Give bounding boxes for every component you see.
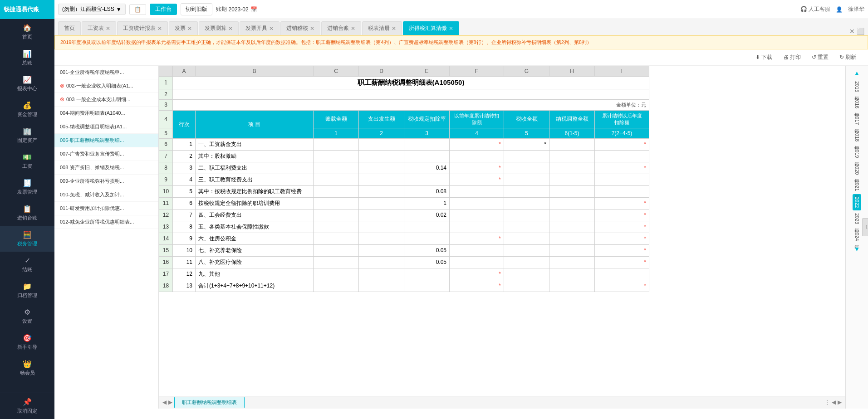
cell-c1[interactable] (314, 150, 359, 162)
cell-c2[interactable] (359, 244, 404, 256)
left-panel-item-007[interactable]: 007-广告费和业务宣传费明... (54, 147, 158, 161)
left-panel-item-003[interactable]: ⊗003-一般企业成本支出明细... (54, 93, 158, 107)
cell-c3[interactable] (404, 138, 450, 150)
cell-c5[interactable] (504, 174, 549, 185)
cell-c8[interactable]: * (595, 209, 649, 221)
tab-7[interactable]: 进销台账✕ (321, 21, 361, 35)
cell-c5[interactable] (504, 221, 549, 233)
sidebar-item-结账[interactable]: ✓结账 (0, 252, 54, 278)
cell-c3[interactable] (404, 174, 450, 185)
left-panel-item-008[interactable]: 008-资产折旧、摊销及纳税... (54, 161, 158, 175)
cell-c2[interactable] (359, 280, 404, 292)
cell-c2[interactable] (359, 268, 404, 280)
year-item-2017年[interactable]: 2017年 (853, 111, 861, 127)
cell-c1[interactable] (314, 280, 359, 292)
cell-c1[interactable] (314, 174, 359, 185)
print-button[interactable]: 🖨打印 (780, 52, 804, 63)
sidebar-item-工资[interactable]: 💵工资 (0, 148, 54, 174)
left-panel-item-009[interactable]: 009-企业所得税弥补亏损明... (54, 175, 158, 188)
sidebar-item-报表中心[interactable]: 📈报表中心 (0, 71, 54, 97)
sidebar-item-总账[interactable]: 📊总账 (0, 45, 54, 71)
cell-c2[interactable] (359, 138, 404, 150)
cell-c3[interactable]: 0.05 (404, 256, 450, 268)
cell-c4[interactable] (450, 244, 504, 256)
cell-c3[interactable]: 0.08 (404, 185, 450, 197)
tab-5[interactable]: 发票开具✕ (240, 21, 280, 35)
cell-c1[interactable] (314, 138, 359, 150)
cell-c5[interactable] (504, 209, 549, 221)
cell-c3[interactable]: 0.02 (404, 209, 450, 221)
year-nav-up[interactable]: ▲ (852, 68, 862, 78)
tab-9[interactable]: 所得税汇算清缴✕ (403, 21, 459, 35)
left-panel-item-006[interactable]: 006-职工薪酬纳税调整明细... (54, 134, 158, 147)
cell-c6[interactable] (549, 221, 595, 233)
cell-c2[interactable] (359, 185, 404, 197)
cell-c8[interactable] (595, 185, 649, 197)
cell-c1[interactable] (314, 221, 359, 233)
download-button[interactable]: ⬇下载 (753, 52, 775, 63)
cell-c5[interactable] (504, 268, 549, 280)
sheet-scroll-left[interactable]: ◀ (832, 399, 836, 405)
cell-c4[interactable] (450, 221, 504, 233)
year-item-2024年[interactable]: 2024年 (853, 227, 861, 244)
cell-c8[interactable]: * (595, 197, 649, 209)
sidebar-item-固定资产[interactable]: 🏢固定资产 (0, 122, 54, 148)
cell-c5[interactable] (504, 185, 549, 197)
cell-c8[interactable]: * (595, 162, 649, 174)
cell-c6[interactable] (549, 244, 595, 256)
cell-c2[interactable] (359, 209, 404, 221)
year-item-2015年[interactable]: 2015年 (853, 78, 861, 95)
left-panel-item-010[interactable]: 010-免税、减计收入及加计... (54, 188, 158, 202)
cell-c4[interactable]: * (450, 268, 504, 280)
year-item-2022年[interactable]: 2022年 (853, 194, 861, 210)
cell-c3[interactable] (404, 221, 450, 233)
cell-c2[interactable] (359, 174, 404, 185)
cell-c4[interactable]: * (450, 233, 504, 244)
cell-c3[interactable]: 0.14 (404, 162, 450, 174)
cell-c5[interactable] (504, 150, 549, 162)
cell-c4[interactable] (450, 197, 504, 209)
cell-c4[interactable] (450, 209, 504, 221)
cell-c6[interactable] (549, 162, 595, 174)
left-panel-item-001[interactable]: 001-企业所得税年度纳税申... (54, 66, 158, 79)
tab-close-icon[interactable]: ✕ (449, 25, 453, 32)
tab-close-icon[interactable]: ✕ (392, 25, 396, 32)
cell-c2[interactable] (359, 197, 404, 209)
cell-c5[interactable] (504, 256, 549, 268)
left-panel-item-005[interactable]: 005-纳税调整项目明细表(A1... (54, 120, 158, 134)
year-item-2021年[interactable]: 2021年 (853, 177, 861, 194)
year-nav-down[interactable]: ▼ (852, 244, 862, 254)
cell-c6[interactable] (549, 256, 595, 268)
cell-c1[interactable] (314, 185, 359, 197)
copy-button[interactable]: 📋 (129, 4, 146, 15)
cell-c4[interactable]: * (450, 138, 504, 150)
cell-c1[interactable] (314, 244, 359, 256)
cell-c4[interactable] (450, 150, 504, 162)
cell-c8[interactable]: * (595, 138, 649, 150)
cell-c3[interactable]: 0.05 (404, 244, 450, 256)
cell-c5[interactable] (504, 244, 549, 256)
sidebar-item-归档管理[interactable]: 📁归档管理 (0, 278, 54, 303)
tab-close-icon[interactable]: ✕ (187, 25, 192, 32)
workspace-button[interactable]: 工作台 (150, 4, 177, 15)
sheet-area[interactable]: A B C D E F G H I 1 职工薪酬纳税调整明细表(A105050) (159, 66, 845, 409)
tab-close-icon[interactable]: ✕ (106, 25, 110, 32)
cell-c6[interactable] (549, 233, 595, 244)
sheet-options[interactable]: ⋮ (824, 399, 830, 405)
year-item-2023年[interactable]: 2023年 (853, 210, 861, 227)
refresh-button[interactable]: ↻刷新 (837, 52, 859, 63)
cell-c8[interactable]: * (595, 280, 649, 292)
tab-8[interactable]: 税表清册✕ (362, 21, 402, 35)
cell-c8[interactable] (595, 150, 649, 162)
year-item-2020年[interactable]: 2020年 (853, 161, 861, 177)
cell-c6[interactable] (549, 150, 595, 162)
cell-c2[interactable] (359, 221, 404, 233)
cell-c3[interactable] (404, 150, 450, 162)
tab-1[interactable]: 工资表✕ (82, 21, 116, 35)
sidebar-item-进销台账[interactable]: 📋进销台账 (0, 200, 54, 226)
sidebar-item-发票管理[interactable]: 🧾发票管理 (0, 174, 54, 200)
switch-version-button[interactable]: 切到旧版 (181, 3, 212, 15)
cell-c2[interactable] (359, 256, 404, 268)
tab-4[interactable]: 发票测算✕ (199, 21, 239, 35)
cell-c4[interactable]: * (450, 174, 504, 185)
